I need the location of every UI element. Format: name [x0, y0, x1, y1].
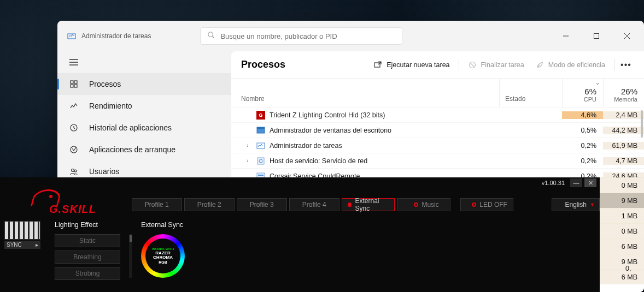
titlebar[interactable]: Administrador de tareas [57, 21, 644, 51]
end-icon [468, 61, 477, 69]
process-name: Host de servicio: Servicio de red [270, 157, 367, 165]
mem-value: 6 MB [600, 239, 644, 254]
external-sync-panel: External Sync WORKS WITH RAZER CHROMA RG… [141, 221, 185, 287]
mem-value: 44,2 MB [603, 127, 644, 134]
history-icon [69, 123, 79, 132]
col-cpu[interactable]: ⌄ 6% CPU [562, 79, 603, 107]
process-name: Administrador de tareas [270, 142, 342, 150]
svg-rect-19 [258, 175, 264, 176]
process-row[interactable]: › Administrador de tareas 0,2% 61,9 MB [231, 138, 644, 153]
effect-option[interactable]: Static [55, 234, 120, 247]
profile-tab[interactable]: Profile 2 [184, 198, 235, 211]
search-box[interactable] [200, 27, 402, 45]
process-name: Trident Z Lighting Control Hid (32 bits) [270, 111, 385, 119]
svg-rect-4 [74, 81, 77, 84]
expand-icon[interactable]: › [243, 142, 252, 148]
preview-panel: SYNC ▸ [4, 221, 46, 287]
language-select[interactable]: English ▼ [552, 198, 600, 211]
svg-rect-14 [257, 127, 265, 129]
maximize-button[interactable] [584, 27, 609, 45]
overflow-extra: 0, [625, 265, 631, 272]
process-row[interactable]: › Host de servicio: Servicio de red 0,2%… [231, 153, 644, 168]
nav-history[interactable]: Historial de aplicaciones [57, 117, 231, 139]
mem-value: 0 MB [600, 177, 644, 193]
startup-icon [69, 145, 79, 154]
process-icon: G [256, 111, 265, 120]
cpu-value: 4,6% [562, 111, 603, 119]
nav-label: Historial de aplicaciones [89, 123, 172, 132]
processes-icon [69, 80, 79, 88]
process-row[interactable]: G Trident Z Lighting Control Hid (32 bit… [231, 107, 644, 122]
ram-preview[interactable] [4, 221, 40, 240]
sync-title: External Sync [141, 221, 185, 229]
version-label: v1.00.31 [542, 180, 565, 186]
leaf-icon [535, 61, 544, 69]
gs-titlebar[interactable]: v1.00.31 — ✕ [0, 177, 600, 188]
triangle-down-icon: ▼ [590, 202, 595, 207]
mem-value: 6 MB [600, 269, 644, 284]
tab-led-off[interactable]: LED OFF [460, 198, 514, 211]
razer-chroma-badge[interactable]: WORKS WITH RAZER CHROMA RGB [141, 234, 185, 278]
red-circle-icon [414, 202, 418, 207]
more-button[interactable]: ••• [618, 60, 634, 70]
mem-value: 2,4 MB [603, 111, 644, 119]
minimize-button[interactable] [553, 27, 578, 45]
tab-external-sync[interactable]: External Sync [342, 198, 395, 211]
search-input[interactable] [220, 32, 395, 40]
page-title: Procesos [241, 59, 368, 70]
gskill-window: v1.00.31 — ✕ G.SKILL Profile 1Profile 2P… [0, 177, 600, 292]
sync-indicator[interactable]: SYNC ▸ [4, 241, 40, 249]
nav-label: Rendimiento [89, 102, 132, 110]
chevron-down-icon: ⌄ [595, 80, 600, 86]
gs-close-button[interactable]: ✕ [584, 178, 596, 187]
cpu-value: 0,2% [562, 142, 603, 150]
effect-option[interactable]: Breathing [55, 251, 120, 264]
profile-tab[interactable]: Profile 3 [237, 198, 287, 211]
efficiency-button[interactable]: Modo de eficiencia [530, 57, 611, 73]
red-indicator-icon [348, 202, 352, 207]
performance-icon [69, 102, 79, 110]
lighting-panel: Lighting Effect StaticBreathingStrobing [55, 221, 127, 287]
process-name: Administrador de ventanas del escritorio [270, 127, 391, 134]
profile-tab[interactable]: Profile 4 [289, 198, 339, 211]
nav-processes[interactable]: Procesos [57, 73, 231, 95]
hamburger-button[interactable] [57, 51, 231, 73]
run-icon [373, 61, 382, 69]
app-title: Administrador de tareas [81, 32, 151, 40]
app-icon [67, 32, 76, 40]
overflow-memory-column: 0 MB9 MB1 MB0 MB6 MB9 MB6 MB [600, 177, 644, 284]
svg-point-9 [72, 169, 74, 172]
col-name[interactable]: Nombre [231, 79, 499, 107]
column-headers: Nombre Estado ⌄ 6% CPU 26% Memoria [231, 79, 644, 107]
cpu-value: 0,5% [562, 127, 603, 134]
svg-rect-16 [257, 158, 264, 164]
gs-minimize-button[interactable]: — [570, 178, 582, 187]
svg-point-10 [74, 170, 77, 172]
red-circle-icon [472, 202, 476, 207]
effect-scrollbar[interactable] [129, 234, 132, 278]
scrollbar[interactable] [641, 110, 643, 138]
svg-rect-5 [71, 85, 73, 87]
process-icon [256, 157, 265, 165]
svg-rect-6 [74, 85, 77, 87]
svg-rect-2 [594, 34, 599, 39]
process-row[interactable]: Administrador de ventanas del escritorio… [231, 122, 644, 138]
profile-tab[interactable]: Profile 1 [132, 198, 182, 211]
mem-value: 4,7 MB [603, 157, 644, 165]
col-status[interactable]: Estado [499, 79, 562, 107]
process-icon [256, 141, 265, 150]
nav-label: Usuarios [89, 167, 119, 176]
nav-startup[interactable]: Aplicaciones de arranque [57, 139, 231, 160]
col-memory[interactable]: 26% Memoria [603, 79, 644, 107]
nav-performance[interactable]: Rendimiento [57, 95, 231, 117]
end-task-button[interactable]: Finalizar tarea [462, 57, 530, 73]
users-icon [69, 167, 79, 176]
lighting-title: Lighting Effect [55, 221, 127, 229]
run-task-button[interactable]: Ejecutar nueva tarea [368, 57, 455, 73]
close-button[interactable] [614, 27, 640, 45]
nav-label: Procesos [89, 80, 121, 88]
effect-option[interactable]: Strobing [55, 267, 120, 280]
tab-music[interactable]: Music [397, 198, 450, 211]
expand-icon[interactable]: › [243, 158, 252, 164]
nav-label: Aplicaciones de arranque [89, 145, 175, 154]
